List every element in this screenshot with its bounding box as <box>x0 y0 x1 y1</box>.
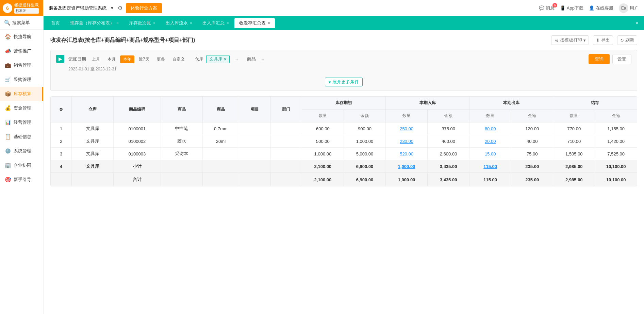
tab-inout-summary[interactable]: 出入库汇总 × <box>198 18 234 28</box>
expand-more-button[interactable]: ▾ 展开更多条件 <box>325 78 363 86</box>
user-menu[interactable]: Ea 用户 <box>619 3 639 13</box>
row3-opening-qty: 1,000.00 <box>302 148 344 160</box>
sidebar-item-marketing[interactable]: 📣 营销推广 <box>0 44 43 58</box>
th-name1: 商品 <box>161 97 202 122</box>
warehouse-tag-close[interactable]: × <box>224 56 227 62</box>
row3-out-qty[interactable]: 15.00 <box>469 148 511 160</box>
subtotal-in-qty[interactable]: 1,000.00 <box>386 160 428 173</box>
footer-empty6 <box>270 173 302 186</box>
row1-opening-qty: 600.00 <box>302 122 344 135</box>
tab-home[interactable]: 首页 <box>46 18 65 28</box>
content-area: 收发存汇总表(按仓库+商品编码+商品+规格型号+项目+部门) 🖨 按模板打印 ▾… <box>44 30 644 314</box>
row1-opening-amount: 900.00 <box>344 122 385 135</box>
tab-batch-ledger[interactable]: 库存批次账 × <box>124 18 160 28</box>
date-btn-more[interactable]: 更多 <box>154 55 168 63</box>
tabbar-close-button[interactable]: × <box>633 19 641 28</box>
subtotal-project <box>239 160 270 173</box>
page-actions: 🖨 按模板打印 ▾ ⬇ 导出 ↻ 刷新 <box>551 35 637 45</box>
row3-name: 采访本 <box>161 148 202 160</box>
filter-section: ▶ 记账日期 上月 本月 本年 近7天 更多 <box>56 54 631 72</box>
filter-collapse-button[interactable]: ▶ <box>56 55 64 63</box>
th-in-qty: 数量 <box>386 110 428 122</box>
export-button[interactable]: ⬇ 导出 <box>593 35 613 45</box>
print-dropdown-icon: ▾ <box>583 38 586 43</box>
filter-main: 记账日期 上月 本月 本年 近7天 更多 自定义 <box>68 54 631 72</box>
row1-out-qty[interactable]: 80.00 <box>469 122 511 135</box>
sidebar-item-quick-nav[interactable]: 🏠 快捷导航 <box>0 30 43 44</box>
footer-out-qty: 115.00 <box>469 173 511 186</box>
tab-batch-ledger-label: 库存批次账 <box>129 20 151 26</box>
sidebar-item-label: 快捷导航 <box>14 34 31 40</box>
print-icon: 🖨 <box>554 38 559 43</box>
row1-balance-amount: 1,155.00 <box>595 122 637 135</box>
guide-icon: 🎯 <box>5 177 11 183</box>
goods-filter-group: 商品 ··· <box>247 56 266 63</box>
row3-in-qty[interactable]: 520.00 <box>386 148 428 160</box>
row2-in-qty[interactable]: 230.00 <box>386 135 428 148</box>
app-download-label: App下载 <box>567 5 583 11</box>
topbar-title: 装备及固定资产辅助管理系统 <box>49 5 106 11</box>
date-btn-custom[interactable]: 自定义 <box>169 55 188 63</box>
filter-right-actions: 查询 设置 <box>589 54 631 64</box>
tab-inout-flow-close[interactable]: × <box>190 21 192 26</box>
subtotal-out-qty[interactable]: 115.00 <box>469 160 511 173</box>
basic-icon: 📋 <box>5 134 11 140</box>
footer-in-qty: 1,000.00 <box>386 173 428 186</box>
tab-batch-ledger-close[interactable]: × <box>153 21 155 26</box>
trial-button[interactable]: 体验行业方案 <box>126 3 162 13</box>
print-label: 按模板打印 <box>560 37 582 43</box>
tab-inout-summary-label: 出入库汇总 <box>202 20 225 26</box>
expand-label: 展开更多条件 <box>332 79 359 85</box>
th-in-group: 本期入库 <box>386 97 469 110</box>
sidebar-item-system[interactable]: ⚙️ 系统管理 <box>0 144 43 158</box>
table-row: 3 文具库 0100003 采访本 1,000.00 5,000.00 520.… <box>51 148 637 160</box>
app-download-button[interactable]: 📱 App下载 <box>560 5 583 11</box>
date-btn-prev-month[interactable]: 上月 <box>89 55 103 63</box>
subtotal-out-amount: 235.00 <box>511 160 553 173</box>
tab-inventory-dist[interactable]: 现存量（库存分布表） × <box>65 18 123 28</box>
date-btn-this-month[interactable]: 本月 <box>104 55 119 63</box>
goods-more-dots[interactable]: ··· <box>259 56 266 63</box>
date-btn-this-year[interactable]: 本年 <box>120 55 134 63</box>
tab-inout-flow[interactable]: 出入库流水 × <box>161 18 197 28</box>
setting-button[interactable]: 设置 <box>612 54 631 64</box>
sidebar-item-operation[interactable]: 📊 经营管理 <box>0 115 43 130</box>
tab-recv-send-summary[interactable]: 收发存汇总表 × <box>234 18 275 28</box>
footer-empty4 <box>202 173 239 186</box>
query-button[interactable]: 查询 <box>589 54 610 64</box>
refresh-button[interactable]: ↻ 刷新 <box>617 35 637 45</box>
online-service-button[interactable]: 👤 在线客服 <box>589 5 613 11</box>
print-button[interactable]: 🖨 按模板打印 ▾ <box>551 35 589 45</box>
search-icon: 🔍 <box>4 20 10 26</box>
table-footer-row: 合计 2,100.00 6,900.00 1,000.00 3,435.00 1… <box>51 173 637 186</box>
topbar-dropdown[interactable]: ▼ <box>110 5 114 11</box>
row1-in-qty[interactable]: 250.00 <box>386 122 428 135</box>
download-icon: 📱 <box>560 5 565 11</box>
sales-icon: 💼 <box>5 62 11 68</box>
tab-inout-summary-close[interactable]: × <box>227 21 229 26</box>
sidebar-item-sales[interactable]: 💼 销售管理 <box>0 58 43 72</box>
sidebar-item-guide[interactable]: 🎯 新手引导 <box>0 172 43 187</box>
sidebar-item-purchase[interactable]: 🛒 采购管理 <box>0 72 43 87</box>
sidebar-item-basic[interactable]: 📋 基础信息 <box>0 130 43 144</box>
date-options: 上月 本月 本年 近7天 更多 自定义 <box>89 55 188 63</box>
topbar-settings-icon[interactable]: ⚙ <box>118 5 122 11</box>
filter-bar: ▶ 记账日期 上月 本月 本年 近7天 更多 <box>50 50 637 91</box>
sidebar-item-enterprise[interactable]: 🏢 企业协同 <box>0 158 43 172</box>
subtotal-spec <box>202 160 239 173</box>
message-button[interactable]: 💬 消息 6 <box>539 5 555 11</box>
th-out-group: 本期出库 <box>469 97 553 110</box>
date-btn-7days[interactable]: 近7天 <box>136 55 152 63</box>
refresh-label: 刷新 <box>625 37 634 43</box>
footer-opening-qty: 2,100.00 <box>302 173 344 186</box>
row2-out-qty[interactable]: 20.00 <box>469 135 511 148</box>
sidebar-item-finance[interactable]: 💰 资金管理 <box>0 101 43 115</box>
row2-opening-amount: 1,000.00 <box>344 135 385 148</box>
warehouse-more-dots[interactable]: ··· <box>232 56 240 63</box>
tab-recv-send-close[interactable]: × <box>268 21 270 26</box>
sidebar-item-inventory[interactable]: 📦 库存核算 <box>0 87 43 101</box>
service-icon: 👤 <box>589 5 594 11</box>
sidebar-item-search[interactable]: 🔍 搜索菜单 <box>0 16 43 30</box>
th-settings[interactable]: ⚙ <box>51 97 72 122</box>
tab-inventory-dist-close[interactable]: × <box>116 21 119 26</box>
